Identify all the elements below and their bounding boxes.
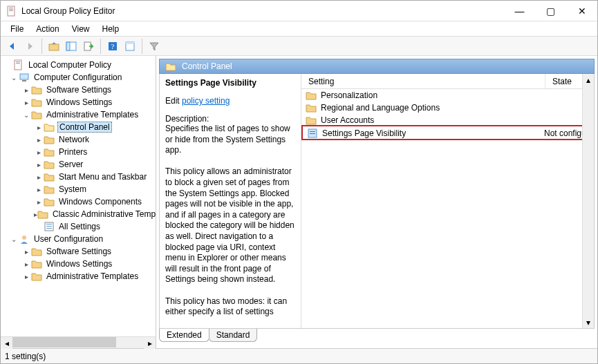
tree-item-administrative-templates[interactable]: ⌄Administrative Templates <box>1 108 156 121</box>
tree-item[interactable]: ▸Windows Settings <box>1 258 156 270</box>
expand-icon[interactable]: ▸ <box>34 186 44 193</box>
tree-item[interactable]: ▸Software Settings <box>1 84 156 96</box>
tree-label: Computer Configuration <box>32 73 123 82</box>
tree-label: User Configuration <box>32 234 104 244</box>
svg-rect-3 <box>9 10 13 11</box>
show-hide-tree-button[interactable] <box>64 39 79 54</box>
expand-icon[interactable]: ▸ <box>21 248 31 256</box>
tree-label: Software Settings <box>45 247 113 256</box>
svg-rect-1 <box>9 8 13 8</box>
help-button[interactable]: ? <box>105 39 120 54</box>
tree-root[interactable]: ▸ Local Computer Policy <box>1 59 156 71</box>
expand-icon[interactable]: ▸ <box>21 273 31 280</box>
maximize-button[interactable]: ▢ <box>535 1 566 21</box>
menu-help[interactable]: Help <box>97 23 125 35</box>
svg-point-21 <box>22 236 26 240</box>
svg-rect-16 <box>22 80 26 82</box>
expand-icon[interactable]: ▸ <box>21 260 31 268</box>
svg-rect-14 <box>16 63 20 64</box>
tree-label: Network <box>57 135 91 144</box>
status-bar: 1 setting(s) <box>1 348 597 363</box>
tree-item[interactable]: ▸Server <box>1 158 156 171</box>
expand-icon[interactable]: ▸ <box>34 136 44 144</box>
computer-icon <box>19 72 30 83</box>
back-button[interactable] <box>5 39 20 54</box>
column-header-setting[interactable]: Setting <box>301 74 545 88</box>
expand-icon[interactable]: ▸ <box>34 161 44 169</box>
tab-extended[interactable]: Extended <box>159 329 209 342</box>
list-item-label: Settings Page Visibility <box>322 128 540 138</box>
scroll-right-icon[interactable]: ▸ <box>144 337 156 349</box>
svg-rect-4 <box>49 44 59 50</box>
minimize-button[interactable]: — <box>504 1 535 21</box>
collapse-icon[interactable]: ⌄ <box>9 74 19 82</box>
tree-item-control-panel[interactable]: ▸Control Panel <box>1 121 156 133</box>
list-item[interactable]: Personalization <box>301 89 594 102</box>
svg-text:?: ? <box>111 42 115 50</box>
tree-item[interactable]: ▸System <box>1 183 156 195</box>
tree-item[interactable]: ▸Administrative Templates <box>1 270 156 282</box>
scroll-up-icon[interactable]: ▴ <box>583 74 594 86</box>
tree-item-user-configuration[interactable]: ⌄User Configuration <box>1 233 156 245</box>
menu-file[interactable]: File <box>5 23 29 35</box>
up-button[interactable] <box>46 39 62 54</box>
tree-label: Control Panel <box>57 122 112 133</box>
tree-item-all-settings[interactable]: ▸All Settings <box>1 220 156 233</box>
tree-label: Windows Components <box>57 197 143 207</box>
tree-item[interactable]: ▸Windows Components <box>1 195 156 208</box>
folder-icon <box>44 159 55 170</box>
scroll-down-icon[interactable]: ▾ <box>583 316 594 328</box>
properties-button[interactable] <box>122 39 138 54</box>
svg-rect-2 <box>9 9 13 10</box>
tree-item[interactable]: ▸Windows Settings <box>1 96 156 108</box>
collapse-icon[interactable]: ⌄ <box>9 236 19 243</box>
expand-icon[interactable]: ▸ <box>34 124 44 131</box>
tree-label: Local Computer Policy <box>27 60 113 70</box>
description-label: Description: <box>165 114 295 124</box>
folder-icon <box>31 97 42 108</box>
toolbar: ? <box>1 37 597 56</box>
expand-icon[interactable]: ▸ <box>21 86 31 94</box>
title-bar: Local Group Policy Editor — ▢ ✕ <box>1 1 597 21</box>
navigation-tree[interactable]: ▸ Local Computer Policy ⌄ Computer Confi… <box>1 56 156 336</box>
tree-item[interactable]: ▸Network <box>1 133 156 146</box>
folder-icon <box>31 84 42 95</box>
tree-item[interactable]: ▸Software Settings <box>1 245 156 258</box>
app-icon <box>6 6 17 17</box>
filter-button[interactable] <box>147 39 162 54</box>
tree-horizontal-scrollbar[interactable]: ◂ ▸ <box>1 336 156 348</box>
tab-standard[interactable]: Standard <box>209 329 258 342</box>
tree-item[interactable]: ▸Classic Administrative Templates <box>1 208 156 220</box>
folder-icon <box>44 134 55 145</box>
folder-icon <box>44 146 55 157</box>
toolbar-separator <box>100 39 101 54</box>
list-vertical-scrollbar[interactable]: ▴ ▾ <box>582 74 594 328</box>
folder-icon <box>306 115 317 126</box>
scroll-left-icon[interactable]: ◂ <box>1 337 12 349</box>
expand-icon[interactable]: ▸ <box>34 149 44 156</box>
settings-list: Setting State Personalization Regional a… <box>301 74 594 328</box>
tree-item[interactable]: ▸Start Menu and Taskbar <box>1 171 156 183</box>
export-list-button[interactable] <box>81 39 96 54</box>
folder-icon <box>44 196 55 207</box>
edit-policy-setting-link[interactable]: policy setting <box>182 96 230 106</box>
expand-icon[interactable]: ▸ <box>34 198 44 206</box>
forward-button[interactable] <box>22 39 37 54</box>
tree-label: System <box>57 184 88 194</box>
scroll-thumb[interactable] <box>12 337 116 347</box>
menu-action[interactable]: Action <box>30 23 64 35</box>
list-item[interactable]: Regional and Language Options <box>301 102 594 114</box>
tree-label: Start Menu and Taskbar <box>57 172 148 182</box>
expand-icon[interactable]: ▸ <box>21 99 31 106</box>
collapse-icon[interactable]: ⌄ <box>21 111 31 119</box>
policy-icon <box>13 59 24 70</box>
tree-item[interactable]: ▸Printers <box>1 146 156 158</box>
tree-label: Printers <box>57 147 88 157</box>
tree-item-computer-configuration[interactable]: ⌄ Computer Configuration <box>1 71 156 84</box>
expand-icon[interactable]: ▸ <box>34 173 44 181</box>
menu-view[interactable]: View <box>66 23 95 35</box>
list-item-label: User Accounts <box>321 115 541 125</box>
list-item-settings-page-visibility[interactable]: Settings Page Visibility Not configured <box>301 125 594 140</box>
scroll-track[interactable] <box>583 86 594 316</box>
close-button[interactable]: ✕ <box>566 1 597 21</box>
